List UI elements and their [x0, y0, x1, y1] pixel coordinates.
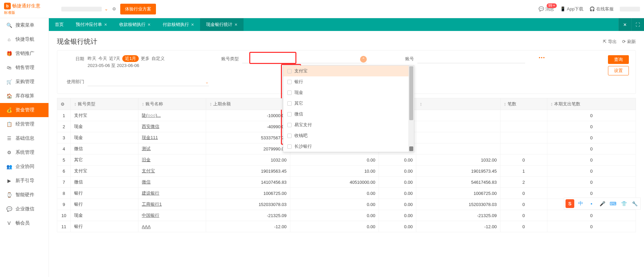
account-input[interactable] — [417, 55, 525, 63]
row-index: 7 — [57, 177, 71, 188]
cell-type: 微信 — [71, 177, 138, 188]
close-icon[interactable]: ✕ — [191, 23, 194, 27]
cell-name[interactable]: AAA — [138, 221, 206, 232]
table-header-6[interactable]: ▲▼笔数 — [500, 98, 547, 110]
close-icon[interactable]: ✕ — [148, 23, 151, 27]
close-icon[interactable]: ✕ — [234, 23, 237, 27]
close-all-tabs-button[interactable]: ✕ — [618, 18, 631, 31]
cell-name[interactable]: 建设银行 — [138, 188, 206, 199]
row-index: 1 — [57, 110, 71, 121]
tab-2[interactable]: 收款核销执行✕ — [113, 18, 157, 31]
settings-button[interactable]: 设置 — [608, 66, 629, 75]
tab-0[interactable]: 首页 — [49, 18, 70, 31]
dropdown-option-5[interactable]: 易宝支付 — [283, 119, 414, 130]
sidebar-item-3[interactable]: 🛍销售管理 — [0, 61, 49, 75]
sidebar-item-12[interactable]: ⌚智能硬件 — [0, 188, 49, 202]
cell-name[interactable]: 西安微信 — [138, 121, 206, 132]
sidebar-item-5[interactable]: 🏠库存核算 — [0, 89, 49, 103]
company-selector[interactable]: ⌄ — [61, 6, 108, 11]
user-menu[interactable] — [620, 7, 640, 11]
tab-3[interactable]: 付款核销执行✕ — [157, 18, 200, 31]
account-type-input[interactable]: ⌃ — [242, 55, 367, 63]
cell-c4 — [416, 143, 501, 154]
fullscreen-button[interactable]: ⛶ — [631, 18, 644, 31]
sidebar-item-9[interactable]: ⚙系统管理 — [0, 145, 49, 160]
cell-name[interactable]: 测试 — [138, 143, 206, 154]
date-option-5[interactable]: 自定义 — [152, 56, 165, 62]
dropdown-option-4[interactable]: 微信 — [283, 109, 414, 119]
ime-keyboard-icon[interactable]: ⌨ — [609, 199, 617, 208]
sidebar-item-6[interactable]: 💰资金管理 — [0, 103, 49, 117]
sidebar-item-14[interactable]: V畅会员 — [0, 216, 49, 230]
ime-lang-icon[interactable]: 中 — [576, 199, 585, 208]
department-input[interactable]: ⌄ — [88, 78, 209, 86]
date-option-3[interactable]: 近1月 — [122, 55, 139, 62]
date-option-2[interactable]: 近7天 — [109, 56, 120, 62]
cell-out-count: 0 — [547, 143, 636, 154]
tab-4[interactable]: 现金银行统计✕ — [200, 18, 244, 31]
query-button[interactable]: 查询 — [608, 55, 629, 64]
table-header-7[interactable]: ▲▼本期支出笔数 — [547, 98, 636, 110]
cell-name[interactable]: 工商银行1 — [138, 199, 206, 210]
sort-icon: ▲▼ — [420, 102, 422, 106]
ime-logo-icon[interactable]: S — [566, 199, 574, 208]
ime-punct-icon[interactable]: ▪ — [587, 199, 596, 208]
cell-c4: 1032.00 — [416, 154, 501, 166]
sort-icon: ▲▼ — [551, 102, 553, 106]
ime-tool-icon[interactable]: 🔧 — [630, 199, 639, 208]
date-option-0[interactable]: 昨天 — [88, 56, 96, 62]
tab-1[interactable]: 预付冲应付单✕ — [70, 18, 113, 31]
app-download-link[interactable]: 📱 App下载 — [560, 6, 583, 12]
scrollbar-thumb[interactable] — [409, 66, 413, 120]
more-filters-icon[interactable]: ••• — [539, 55, 545, 60]
sidebar-item-1[interactable]: ⌂快捷导航 — [0, 32, 49, 46]
dropdown-option-2[interactable]: 现金 — [283, 87, 414, 98]
cell-prev-balance: -12.00 — [206, 221, 290, 232]
cell-name[interactable]: 旧金 — [138, 154, 206, 166]
cell-name[interactable]: 支付宝 — [138, 166, 206, 177]
cta-button[interactable]: 体验行业方案 — [120, 4, 156, 14]
dropdown-option-7[interactable]: 长沙银行 — [283, 141, 414, 152]
checkbox-icon — [287, 144, 292, 149]
date-option-1[interactable]: 今天 — [98, 56, 107, 62]
cell-name[interactable]: 中国银行 — [138, 210, 206, 221]
account-type-dropdown: 支付宝银行现金其它微信易宝支付收钱吧长沙银行 — [283, 65, 414, 152]
scrollbar-down-icon[interactable] — [409, 146, 413, 151]
sidebar-item-4[interactable]: 🛒采购管理 — [0, 75, 49, 89]
dropdown-option-3[interactable]: 其它 — [283, 98, 414, 109]
cell-out-count: 0 — [547, 166, 636, 177]
dropdown-option-6[interactable]: 收钱吧 — [283, 130, 414, 141]
dropdown-scrollbar[interactable] — [409, 66, 414, 152]
table-header-0[interactable]: ▲▼账号类型 — [71, 98, 138, 110]
close-icon[interactable]: ✕ — [104, 23, 107, 27]
sidebar-item-10[interactable]: 👥企业协同 — [0, 160, 49, 174]
sidebar-item-13[interactable]: 💬企业微信 — [0, 202, 49, 216]
ime-skin-icon[interactable]: 👕 — [619, 199, 628, 208]
dropdown-option-0[interactable]: 支付宝 — [283, 66, 414, 76]
sidebar-item-0[interactable]: 🔍搜索菜单 — [0, 18, 49, 32]
cell-out-count: 0 — [547, 177, 636, 188]
dropdown-option-1[interactable]: 银行 — [283, 76, 414, 87]
export-button[interactable]: ⇱导出 — [603, 39, 617, 45]
date-option-4[interactable]: 更多 — [141, 56, 150, 62]
messages-link[interactable]: 💬 消息 99 + — [539, 6, 554, 12]
sidebar-item-11[interactable]: ▶新手引导 — [0, 174, 49, 188]
cell-type: 现金 — [71, 210, 138, 221]
refresh-button[interactable]: ⟳刷新 — [622, 39, 636, 45]
gear-icon[interactable]: ⚙ — [112, 6, 116, 11]
sidebar-item-2[interactable]: 🎁营销推广 — [0, 46, 49, 61]
collapse-icon[interactable]: ⌃ — [360, 56, 367, 63]
table-header-5[interactable]: ▲▼ — [416, 98, 501, 110]
table-header-1[interactable]: ▲▼账号名称 — [138, 98, 206, 110]
cell-out-count: 0 — [547, 188, 636, 199]
cell-name[interactable]: 现金111 — [138, 132, 206, 143]
sidebar-item-7[interactable]: 📋经营管理 — [0, 117, 49, 131]
cell-name[interactable]: 微信 — [138, 177, 206, 188]
ime-mic-icon[interactable]: 🎤 — [598, 199, 607, 208]
sidebar-item-8[interactable]: ☰基础信息 — [0, 131, 49, 145]
table-header-2[interactable]: ▲▼上期余额 — [206, 98, 290, 110]
support-link[interactable]: 🎧 在线客服 — [589, 6, 614, 12]
cell-c3: 0.00 — [379, 210, 416, 221]
cell-name[interactable]: 陡(○○○)... — [138, 110, 206, 121]
table-settings-header[interactable]: ⚙ — [57, 98, 71, 110]
